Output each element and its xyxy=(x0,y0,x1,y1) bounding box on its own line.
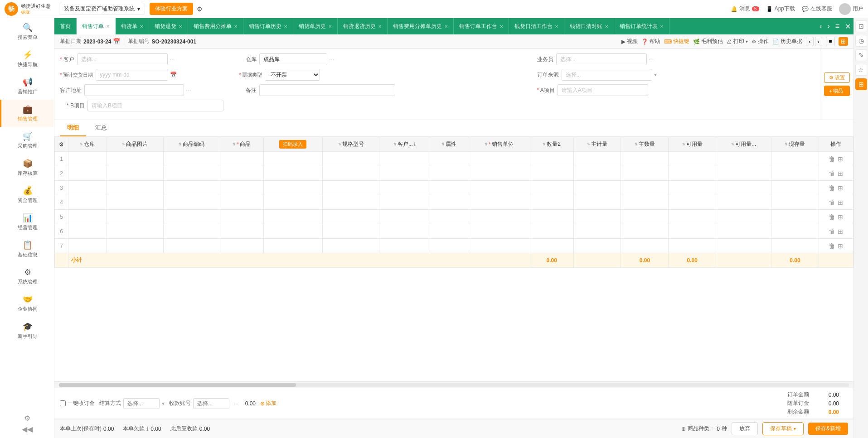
panel-icon-1[interactable]: ⊡ xyxy=(855,20,867,32)
tab-invoice-history[interactable]: 销货单历史 ✕ xyxy=(293,18,338,34)
message-btn[interactable]: 🔔 消息 5 xyxy=(731,5,759,13)
delete-icon[interactable]: 🗑 xyxy=(829,228,835,235)
customer-address-input[interactable] xyxy=(84,84,184,96)
sidebar-item-quicknav[interactable]: ⚡ 快捷导航 xyxy=(0,45,54,72)
sidebar-item-enterprise[interactable]: 🤝 企业协同 xyxy=(0,290,54,317)
tab-sales-invoice[interactable]: 销货单 ✕ xyxy=(116,18,149,34)
tab-close-order-workbench[interactable]: ✕ xyxy=(499,24,503,29)
warehouse-more-btn[interactable]: ··· xyxy=(327,56,336,63)
a-project-input[interactable] xyxy=(558,84,648,96)
horizontal-scrollbar[interactable] xyxy=(54,382,853,388)
th-spec[interactable]: ⇅规格型号 xyxy=(322,137,379,152)
add-btn[interactable]: ⊕ 添加 xyxy=(260,399,276,407)
sidebar-item-marketing[interactable]: 📢 营销推广 xyxy=(0,72,54,100)
calendar-icon[interactable]: 📅 xyxy=(113,38,120,45)
tab-detail[interactable]: 明细 xyxy=(60,120,86,136)
scan-btn[interactable]: 扫码录入 xyxy=(279,140,306,149)
th-available[interactable]: ⇅可用量 xyxy=(669,137,716,152)
th-sales-unit[interactable]: ⇅*销售单位 xyxy=(468,137,530,152)
payment-method-input[interactable] xyxy=(123,398,160,409)
one-key-checkbox-input[interactable] xyxy=(60,400,66,406)
shortcut-btn[interactable]: ⌨ 快捷键 xyxy=(664,38,689,45)
discard-btn[interactable]: 放弃 xyxy=(732,422,758,435)
tab-daily-workbench[interactable]: 钱货日清工作台 ✕ xyxy=(509,18,564,34)
th-image[interactable]: ⇅商品图片 xyxy=(107,137,163,152)
tab-next-btn[interactable]: › xyxy=(824,18,832,34)
b-project-input[interactable] xyxy=(87,100,223,111)
tab-close-return-history[interactable]: ✕ xyxy=(378,24,382,29)
delete-icon[interactable]: 🗑 xyxy=(829,242,835,250)
sidebar-item-finance[interactable]: 💰 资金管理 xyxy=(0,181,54,208)
online-support-btn[interactable]: 💬 在线客服 xyxy=(802,5,832,13)
tab-sales-return[interactable]: 销货退货 ✕ xyxy=(149,18,188,34)
tab-close-invoice-history[interactable]: ✕ xyxy=(328,24,332,29)
delivery-date-input[interactable] xyxy=(96,69,168,81)
tab-close-reconciliation[interactable]: ✕ xyxy=(605,24,608,29)
gear-icon[interactable]: ⚙ xyxy=(197,5,203,13)
calendar2-icon[interactable]: 📅 xyxy=(168,72,179,78)
panel-icon-3[interactable]: ✎ xyxy=(855,49,867,61)
tab-reconciliation[interactable]: 钱货日清对账 ✕ xyxy=(564,18,614,34)
delete-icon[interactable]: 🗑 xyxy=(829,170,835,177)
delete-icon[interactable]: 🗑 xyxy=(829,155,835,163)
th-available2[interactable]: ⇅可用量... xyxy=(716,137,771,152)
th-goods[interactable]: ⇅*商品 xyxy=(220,137,263,152)
sidebar-item-search[interactable]: 🔍 搜索菜单 xyxy=(0,18,54,45)
app-selector[interactable]: 装备及固定资产辅助管理系统 ▾ xyxy=(59,3,145,15)
order-source-input[interactable] xyxy=(562,69,652,81)
prev-record-btn[interactable]: ‹ xyxy=(806,37,813,46)
scrollbar-track[interactable] xyxy=(59,383,849,387)
operation-btn[interactable]: ⚙ 操作 xyxy=(752,38,769,45)
one-key-collection-checkbox[interactable]: 一键收订金 xyxy=(60,399,95,407)
tab-close-sales-return[interactable]: ✕ xyxy=(179,24,182,29)
list-view-btn[interactable]: ≡ xyxy=(826,37,835,46)
tab-order-history[interactable]: 销售订单历史 ✕ xyxy=(243,18,293,34)
user-menu-btn[interactable]: 用户 xyxy=(839,3,863,15)
tab-home[interactable]: 首页 xyxy=(54,18,77,34)
tab-sales-order[interactable]: 销售订单 ✕ xyxy=(77,18,116,34)
delete-icon[interactable]: 🗑 xyxy=(829,213,835,221)
tab-expense-history[interactable]: 销售费用分摊单历史 ✕ xyxy=(388,18,454,34)
tab-close-sales-order[interactable]: ✕ xyxy=(106,24,110,29)
profit-btn[interactable]: 🌿 毛利预估 xyxy=(693,38,723,45)
tab-order-workbench[interactable]: 销售订单工作台 ✕ xyxy=(454,18,509,34)
collapse-icon[interactable]: ◀◀ xyxy=(22,425,33,433)
save-new-btn[interactable]: 保存&新增 xyxy=(808,423,848,435)
print-btn[interactable]: 🖨 打印 ▾ xyxy=(727,38,748,45)
remark-input[interactable] xyxy=(259,84,395,96)
address-more-btn[interactable]: ··· xyxy=(184,87,193,94)
sidebar-item-guide[interactable]: 🎓 新手引导 xyxy=(0,317,54,344)
th-scan[interactable]: 扫码录入 xyxy=(263,137,322,152)
grid-view-btn[interactable]: ⊞ xyxy=(839,37,848,46)
copy-icon[interactable]: ⊞ xyxy=(838,170,843,177)
sidebar-item-sales[interactable]: 💼 销售管理 xyxy=(0,100,54,127)
tab-close-sales-invoice[interactable]: ✕ xyxy=(140,24,143,29)
account-input[interactable] xyxy=(193,398,229,409)
copy-icon[interactable]: ⊞ xyxy=(838,242,843,250)
scrollbar-thumb[interactable] xyxy=(59,383,296,387)
customer-input[interactable] xyxy=(77,53,168,65)
app-download-btn[interactable]: 📱 App下载 xyxy=(766,5,795,13)
settings-icon[interactable]: ⚙ xyxy=(24,414,30,423)
th-customer-code[interactable]: ⇅客户...ℹ xyxy=(379,137,430,152)
panel-icon-2[interactable]: ◷ xyxy=(855,35,867,47)
goods-btn[interactable]: + 物品 xyxy=(824,86,850,96)
copy-icon[interactable]: ⊞ xyxy=(838,184,843,192)
help-btn[interactable]: ❓ 帮助 xyxy=(641,38,660,45)
panel-icon-4[interactable]: ☆ xyxy=(855,64,867,76)
tab-close-all-btn[interactable]: ✕ xyxy=(842,18,853,34)
tab-close-stats[interactable]: ✕ xyxy=(660,24,664,29)
copy-icon[interactable]: ⊞ xyxy=(838,213,843,221)
copy-icon[interactable]: ⊞ xyxy=(838,228,843,235)
th-stock[interactable]: ⇅现存量 xyxy=(771,137,819,152)
warehouse-input[interactable] xyxy=(259,53,327,65)
sidebar-item-basic[interactable]: 📋 基础信息 xyxy=(0,236,54,263)
account-more-btn[interactable]: ··· xyxy=(232,400,241,407)
view-video-btn[interactable]: ▶ 视频 xyxy=(621,38,638,45)
tab-close-expense-history[interactable]: ✕ xyxy=(444,24,448,29)
product-table-container[interactable]: ⚙ ⇅仓库 ⇅商品图片 ⇅商品编码 ⇅*商品 xyxy=(54,137,853,381)
sidebar-item-inventory[interactable]: 📦 库存核算 xyxy=(0,154,54,181)
settings-btn[interactable]: ⚙ 设置 xyxy=(824,72,850,83)
customer-more-btn[interactable]: ··· xyxy=(168,56,177,63)
th-attr[interactable]: ⇅属性 xyxy=(430,137,468,152)
